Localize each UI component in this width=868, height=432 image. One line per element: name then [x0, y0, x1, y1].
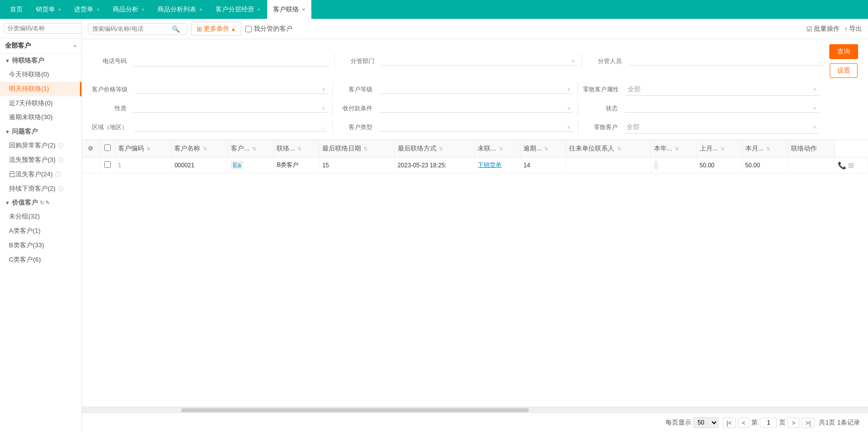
contact-column-header[interactable]: 联络... ⇅ [274, 140, 319, 157]
person-field: 分管人员 ... [587, 57, 824, 66]
nav-sales-order[interactable]: 销货单 × [30, 0, 67, 19]
nav-customer-tier[interactable]: 客户分层经营 × [210, 0, 266, 19]
dept-field: 分管部门 ∨ [340, 57, 577, 66]
info-icon: ⓘ [58, 186, 64, 192]
export-icon: ↑ [845, 25, 848, 33]
nav-customer-contact[interactable]: 客户联络 × [267, 0, 311, 19]
sidebar-item-class-c[interactable]: C类客户(6) [0, 253, 81, 267]
customer-level-select[interactable]: ∨ [379, 85, 573, 94]
last-page-button[interactable]: >| [801, 418, 815, 428]
sidebar-item-class-a[interactable]: A类客户(1) [0, 224, 81, 238]
horizontal-scrollbar[interactable] [82, 407, 868, 413]
close-icon[interactable]: × [257, 6, 260, 12]
select-all-checkbox[interactable] [104, 144, 111, 151]
more-conditions-btn[interactable]: ⊞ 更多条件 ▲ [191, 22, 241, 36]
gender-select[interactable]: ∨ [134, 104, 327, 113]
prev-page-button[interactable]: < [738, 418, 750, 428]
batch-operation-btn[interactable]: ☑ 批量操作 [806, 24, 840, 33]
customer-level-field: 客户等级 ∨ [338, 85, 573, 94]
last-contact-date-header[interactable]: 最后联络日期 ⇅ [319, 140, 395, 157]
first-page-button[interactable]: |< [723, 418, 736, 428]
nav-home[interactable]: 首页 [4, 0, 29, 19]
row-last-contact-date: 2023-05-23 18:25: [394, 157, 475, 173]
nav-product-analysis-list[interactable]: 商品分析列表 × [151, 0, 208, 19]
right-actions: ☑ 批量操作 ↑ 导出 [806, 24, 863, 33]
payment-field: 收付款条件 ∨ [338, 104, 573, 113]
row-name[interactable]: Ea [228, 157, 274, 173]
nav-purchase-order[interactable]: 进货单 × [68, 0, 105, 19]
status-select[interactable]: ∨ [625, 104, 818, 113]
edit-icon[interactable]: ✎ [45, 200, 50, 206]
settings-column-header[interactable]: ⚙ [82, 140, 100, 157]
phone-action-icon[interactable]: 📞 [838, 161, 846, 169]
person-select[interactable]: ... [629, 57, 824, 66]
export-btn[interactable]: ↑ 导出 [845, 24, 863, 33]
last-month-header[interactable]: 上月... ⇅ [696, 140, 742, 157]
payment-select[interactable]: ∨ [379, 104, 573, 113]
checkbox-column-header [100, 140, 115, 157]
retail-attr-select[interactable]: 全部 ∨ [626, 83, 818, 96]
close-icon[interactable]: × [142, 6, 145, 12]
ellipsis-icon: ... [321, 124, 325, 130]
not-contacted-header[interactable]: 未联... ⇅ [475, 140, 520, 157]
sidebar-item-overdue[interactable]: 逾期未联络(30) [0, 110, 81, 125]
nav-product-analysis[interactable]: 商品分析 × [107, 0, 150, 19]
sidebar-item-today-pending[interactable]: 今天待联络(0) [0, 68, 81, 82]
price-level-select[interactable]: ∨ [135, 85, 327, 94]
retail-customer-select[interactable]: 全部 ∨ [625, 121, 818, 134]
close-icon[interactable]: × [96, 6, 99, 12]
problem-section-header[interactable]: ▼ 问题客户 [0, 125, 81, 139]
sidebar-item-class-b[interactable]: B类客户(33) [0, 238, 81, 253]
my-customers-check[interactable]: 我分管的客户 [245, 24, 292, 33]
sidebar-item-repurchase-abnormal[interactable]: 回购异常客户(2) ⓘ [0, 139, 81, 153]
page-size-dropdown[interactable]: 50 100 200 [693, 417, 719, 428]
page-number-input[interactable] [760, 418, 777, 428]
search-icon[interactable]: 🔍 [172, 25, 180, 33]
row-contact: 15 [319, 157, 395, 173]
sort-icon: ⇅ [544, 146, 548, 151]
region-select[interactable]: ... [135, 123, 327, 132]
refresh-icon[interactable]: ↻ [40, 200, 44, 206]
dept-select[interactable]: ∨ [381, 57, 577, 66]
close-icon[interactable]: × [199, 6, 202, 12]
info-icon: ⓘ [55, 171, 61, 177]
type-column-header[interactable]: 客户... ⇅ [228, 140, 274, 157]
last-contact-method-header[interactable]: 最后联络方式 ⇅ [394, 140, 475, 157]
sidebar-item-declining[interactable]: 持续下滑客户(2) ⓘ [0, 182, 81, 196]
value-section-header[interactable]: ▼ 价值客户 ↻ ✎ [0, 196, 81, 210]
sort-icon: ⇅ [675, 146, 679, 151]
code-column-header[interactable]: 客户编码 ⇅ [115, 140, 171, 157]
row-gear [82, 157, 100, 173]
sidebar-item-churned[interactable]: 已流失客户(24) ⓘ [0, 167, 81, 182]
this-month-header[interactable]: 本月... ⇅ [742, 140, 788, 157]
phone-input[interactable] [134, 56, 329, 67]
total-records: 共1页 1条记录 [819, 418, 860, 427]
more-action-icon[interactable]: ⊞ [848, 161, 854, 169]
company-contact-header[interactable]: 往来单位联系人 ⇅ [566, 140, 651, 157]
my-customers-checkbox[interactable] [245, 26, 252, 32]
search-input[interactable] [92, 25, 172, 32]
sidebar-item-tomorrow-pending[interactable]: 明天待联络(1) [0, 82, 81, 96]
overdue-header[interactable]: 逾期... ⇅ [520, 140, 566, 157]
settings-button[interactable]: 设置 [830, 63, 858, 78]
close-icon[interactable]: × [302, 6, 305, 12]
scroll-thumb[interactable] [181, 408, 529, 412]
this-year-header[interactable]: 本年... ⇅ [651, 140, 696, 157]
sidebar-item-7days-pending[interactable]: 近7天待联络(0) [0, 96, 81, 111]
collapse-icon[interactable]: « [73, 43, 76, 49]
sidebar-item-churn-warning[interactable]: 流失预警客户(3) ⓘ [0, 153, 81, 167]
next-page-button[interactable]: > [788, 418, 799, 428]
customer-type-select[interactable]: ∨ [379, 123, 573, 132]
row-last-contact-method[interactable]: 下销货单 [475, 157, 520, 173]
pending-section-header[interactable]: ▼ 待联络客户 [0, 54, 81, 68]
query-button[interactable]: 查询 [829, 44, 858, 59]
close-icon[interactable]: × [58, 6, 61, 12]
name-column-header[interactable]: 客户名称 ⇅ [171, 140, 228, 157]
chevron-down-icon: ∨ [813, 105, 816, 111]
customer-table: ⚙ 客户编码 ⇅ 客户名称 ⇅ 客户... [82, 140, 868, 173]
sidebar-search-input[interactable] [4, 23, 82, 34]
price-level-field: 客户价格等级 ∨ [92, 85, 327, 94]
row-checkbox[interactable] [104, 161, 111, 168]
sidebar-item-ungrouped[interactable]: 未分组(32) [0, 210, 81, 224]
chevron-down-icon: ∨ [567, 124, 571, 130]
